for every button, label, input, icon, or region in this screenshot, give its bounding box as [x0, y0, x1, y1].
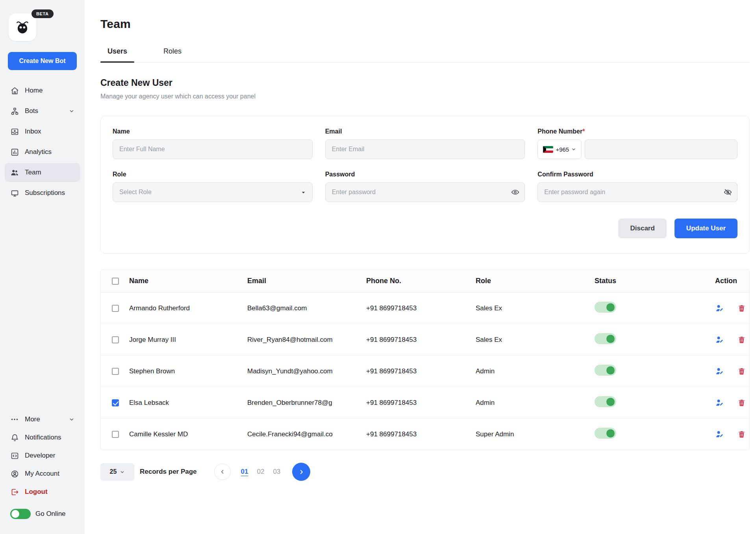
- delete-user-icon[interactable]: [737, 335, 746, 344]
- status-toggle[interactable]: [595, 302, 616, 313]
- create-user-header: Create New User Manage your agency user …: [100, 78, 750, 100]
- password-label: Password: [325, 171, 525, 178]
- phone-number-input[interactable]: [585, 139, 737, 159]
- user-phone: +91 8699718453: [366, 304, 476, 312]
- page-number-2[interactable]: 02: [257, 468, 264, 476]
- beta-badge: BETA: [32, 9, 54, 18]
- table-row: Jorge Murray III River_Ryan84@hotmail.co…: [101, 324, 749, 355]
- role-select-placeholder: Select Role: [119, 189, 152, 196]
- confirm-password-label: Confirm Password: [537, 171, 737, 178]
- row-checkbox[interactable]: [112, 399, 119, 406]
- tab-users[interactable]: Users: [100, 47, 134, 62]
- user-email: River_Ryan84@hotmail.com: [247, 336, 366, 344]
- sidebar-item-inbox[interactable]: Inbox: [5, 122, 80, 141]
- password-input[interactable]: [325, 182, 525, 202]
- delete-user-icon[interactable]: [737, 398, 746, 407]
- eye-icon[interactable]: [511, 188, 519, 197]
- section-subtitle: Manage your agency user which can access…: [100, 93, 750, 100]
- section-title: Create New User: [100, 78, 750, 88]
- go-online-toggle[interactable]: [10, 509, 31, 519]
- sidebar: BETA Create New Bot Home Bots: [0, 0, 85, 534]
- create-user-form: Name Email Phone Number* +965: [100, 116, 750, 254]
- select-all-checkbox[interactable]: [112, 278, 119, 285]
- edit-user-icon[interactable]: [715, 430, 724, 439]
- records-per-page-value: 25: [110, 468, 117, 475]
- pagination: 25 Records per Page 01 02 03: [100, 463, 750, 481]
- chevron-down-icon: [69, 108, 74, 114]
- row-checkbox[interactable]: [112, 368, 119, 375]
- sidebar-item-my-account[interactable]: My Account: [5, 465, 80, 482]
- sidebar-item-label: Bots: [25, 107, 38, 115]
- status-toggle[interactable]: [595, 333, 616, 344]
- sidebar-item-logout[interactable]: Logout: [5, 484, 80, 500]
- user-name: Elsa Lebsack: [129, 399, 247, 407]
- sidebar-item-notifications[interactable]: Notifications: [5, 429, 80, 446]
- column-header-phone: Phone No.: [366, 277, 476, 285]
- name-input[interactable]: [113, 139, 313, 159]
- country-code-select[interactable]: +965: [537, 139, 582, 159]
- person-circle-icon: [10, 469, 19, 478]
- edit-user-icon[interactable]: [715, 367, 724, 376]
- app-logo[interactable]: [9, 13, 36, 41]
- bell-icon: [10, 433, 19, 442]
- table-row: Armando Rutherford Bella63@gmail.com +91…: [101, 292, 749, 324]
- chevron-right-icon: [298, 469, 305, 475]
- sidebar-item-subscriptions[interactable]: Subscriptions: [5, 184, 80, 202]
- sidebar-item-label: Team: [25, 169, 41, 176]
- role-select[interactable]: Select Role: [113, 182, 313, 202]
- status-toggle[interactable]: [595, 428, 616, 439]
- user-role: Sales Ex: [476, 304, 595, 312]
- discard-button[interactable]: Discard: [618, 219, 666, 238]
- previous-page-button[interactable]: [214, 464, 231, 480]
- delete-user-icon[interactable]: [737, 304, 746, 313]
- edit-user-icon[interactable]: [715, 335, 724, 344]
- page-number-1[interactable]: 01: [241, 468, 248, 476]
- delete-user-icon[interactable]: [737, 367, 746, 376]
- edit-user-icon[interactable]: [715, 398, 724, 407]
- more-dots-icon: [10, 415, 19, 424]
- user-name: Stephen Brown: [129, 367, 247, 375]
- edit-user-icon[interactable]: [715, 304, 724, 313]
- sidebar-item-label: Home: [25, 87, 43, 95]
- phone-field-group: Phone Number* +965: [537, 128, 737, 159]
- user-phone: +91 8699718453: [366, 336, 476, 344]
- sidebar-item-home[interactable]: Home: [5, 81, 80, 100]
- next-page-button[interactable]: [292, 463, 310, 481]
- table-header: Name Email Phone No. Role Status Action: [101, 270, 749, 292]
- row-checkbox[interactable]: [112, 336, 119, 343]
- code-icon: [10, 451, 19, 460]
- sidebar-item-label: Developer: [25, 452, 56, 460]
- subscriptions-icon: [10, 189, 19, 197]
- user-role: Admin: [476, 399, 595, 407]
- sidebar-item-analytics[interactable]: Analytics: [5, 143, 80, 161]
- sidebar-item-team[interactable]: Team: [5, 163, 80, 182]
- sidebar-item-developer[interactable]: Developer: [5, 447, 80, 464]
- sidebar-item-more[interactable]: More: [5, 411, 80, 428]
- role-field-group: Role Select Role: [113, 171, 313, 202]
- sidebar-bottom: More Notifications Developer: [0, 410, 85, 523]
- update-user-button[interactable]: Update User: [674, 219, 737, 238]
- sidebar-item-bots[interactable]: Bots: [5, 102, 80, 121]
- user-role: Sales Ex: [476, 336, 595, 344]
- records-per-page-select[interactable]: 25: [100, 463, 134, 481]
- user-email: Madisyn_Yundt@yahoo.com: [247, 367, 366, 375]
- row-checkbox[interactable]: [112, 431, 119, 438]
- create-new-bot-button[interactable]: Create New Bot: [8, 52, 77, 70]
- confirm-password-field-group: Confirm Password: [537, 171, 737, 202]
- status-toggle[interactable]: [595, 365, 616, 376]
- user-name: Jorge Murray III: [129, 336, 247, 344]
- delete-user-icon[interactable]: [737, 430, 746, 439]
- email-input[interactable]: [325, 139, 525, 159]
- eye-off-icon[interactable]: [724, 188, 732, 197]
- confirm-password-input[interactable]: [537, 182, 737, 202]
- row-checkbox[interactable]: [112, 305, 119, 312]
- sidebar-item-label: Subscriptions: [25, 189, 65, 197]
- page-number-3[interactable]: 03: [273, 468, 280, 476]
- user-email: Cecile.Franecki94@gmail.co: [247, 430, 366, 438]
- status-toggle[interactable]: [595, 396, 616, 407]
- user-name: Armando Rutherford: [129, 304, 247, 312]
- chevron-down-icon: [69, 417, 74, 422]
- column-header-status: Status: [595, 277, 715, 285]
- tab-bar: Users Roles: [100, 47, 750, 63]
- tab-roles[interactable]: Roles: [156, 47, 189, 62]
